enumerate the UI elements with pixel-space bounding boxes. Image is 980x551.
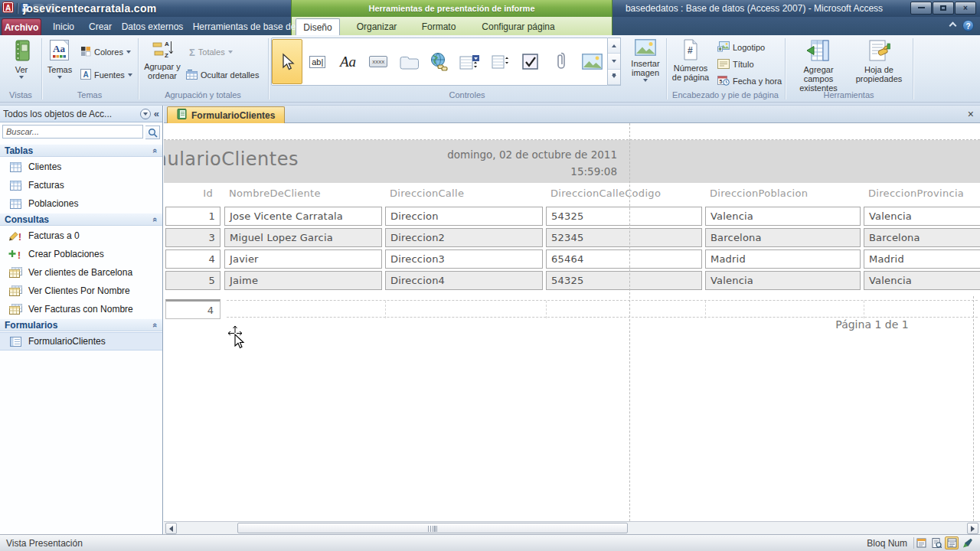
agregar-campos-button[interactable]: Agregar campos existentes: [789, 37, 848, 93]
tab-datos-externos[interactable]: Datos externos: [119, 18, 185, 35]
nav-item-ver-clientes-de-barcelona[interactable]: Ver clientes de Barcelona: [0, 263, 162, 282]
textbox-control[interactable]: ab|: [302, 39, 333, 84]
restore-button[interactable]: [933, 2, 954, 15]
hoja-propiedades-button[interactable]: Hoja de propiedades: [851, 37, 906, 83]
search-input[interactable]: [2, 125, 143, 139]
print-preview-button[interactable]: [929, 536, 943, 549]
column-header-id[interactable]: Id: [165, 187, 213, 199]
tab-control[interactable]: [394, 39, 424, 84]
report-cell[interactable]: 54325: [546, 271, 702, 290]
listbox-control[interactable]: [485, 39, 516, 84]
layout-view-button[interactable]: [945, 536, 959, 549]
report-cell[interactable]: 5: [165, 271, 220, 290]
report-title[interactable]: FormularioClientes: [164, 148, 299, 170]
document-tab-formularioclientes[interactable]: FormularioClientes: [167, 106, 285, 123]
checkbox-control[interactable]: [516, 39, 547, 84]
agrupar-ordenar-button[interactable]: AZ Agrupar y ordenar: [142, 37, 182, 80]
nav-item-facturas[interactable]: Facturas: [0, 176, 162, 194]
report-date[interactable]: domingo, 02 de octubre de 2011: [387, 148, 617, 161]
nav-item-ver-clientes-por-nombre[interactable]: Ver Clientes Por Nombre: [0, 282, 162, 300]
nav-section-header-consultas[interactable]: Consultas«: [0, 213, 162, 226]
nav-section-header-formularios[interactable]: Formularios«: [0, 318, 162, 331]
report-view-button[interactable]: [914, 536, 928, 549]
report-cell[interactable]: Direccion2: [385, 228, 543, 247]
document-close-icon[interactable]: ×: [968, 108, 974, 120]
report-cell[interactable]: 65464: [546, 249, 702, 269]
column-header-direccioncalle[interactable]: DireccionCalle: [390, 187, 464, 199]
horizontal-scrollbar[interactable]: [164, 521, 980, 534]
ver-button[interactable]: Ver: [5, 37, 38, 79]
attachment-control[interactable]: [546, 39, 577, 84]
report-cell[interactable]: 52345: [546, 228, 702, 247]
column-header-direccioncallecodigo[interactable]: DireccionCalleCodigo: [550, 187, 661, 199]
nav-item-ver-facturas-con-nombre[interactable]: Ver Facturas con Nombre: [0, 300, 162, 318]
numeros-pagina-button[interactable]: # Números de página: [669, 37, 712, 82]
ocultar-detalles-button[interactable]: Ocultar detalles: [184, 67, 261, 83]
hyperlink-control[interactable]: [424, 39, 455, 84]
fuentes-button[interactable]: A Fuentes: [78, 67, 135, 83]
image-control[interactable]: [577, 39, 607, 84]
report-cell[interactable]: 4: [165, 249, 220, 269]
nav-pane-header[interactable]: Todos los objetos de Acc... «: [0, 106, 162, 122]
column-header-direccionprovincia[interactable]: DireccionProvincia: [868, 187, 964, 199]
collapse-section-icon[interactable]: «: [151, 322, 160, 327]
tab-archivo[interactable]: Archivo: [2, 18, 41, 35]
label-control[interactable]: Aa: [333, 39, 364, 84]
report-cell[interactable]: Barcelona: [705, 228, 861, 247]
report-cell[interactable]: Javier: [224, 249, 382, 269]
report-cell[interactable]: Valencia: [705, 271, 861, 290]
totales-button[interactable]: Σ Totales: [187, 44, 235, 60]
tab-configurar-pagina[interactable]: Configurar página: [469, 18, 568, 35]
access-app-icon[interactable]: A: [2, 2, 14, 15]
report-cell[interactable]: Direccion: [385, 207, 543, 226]
report-cell[interactable]: Valencia: [864, 271, 980, 290]
tab-herramientas-bd[interactable]: Herramientas de base de datos: [187, 18, 302, 35]
search-button[interactable]: [145, 126, 160, 139]
column-header-nombredecliente[interactable]: NombreDeCliente: [229, 187, 321, 199]
gallery-scroll-up[interactable]: [608, 38, 620, 54]
scroll-right-button[interactable]: [967, 523, 978, 534]
report-cell[interactable]: Direccion3: [385, 249, 543, 269]
insertar-imagen-button[interactable]: Insertar imagen: [626, 37, 665, 82]
nav-item-poblaciones[interactable]: Poblaciones: [0, 194, 162, 213]
minimize-ribbon-icon[interactable]: [949, 22, 957, 30]
report-cell[interactable]: 3: [165, 228, 220, 247]
report-cell[interactable]: 54325: [546, 207, 702, 226]
design-view-button[interactable]: [960, 536, 974, 549]
report-time[interactable]: 15:59:08: [387, 165, 617, 178]
report-cell[interactable]: Madrid: [864, 249, 980, 269]
logotipo-button[interactable]: Logotipo: [715, 40, 767, 55]
gallery-more[interactable]: [608, 70, 620, 85]
report-cell[interactable]: Jaime: [224, 271, 382, 290]
scrollbar-thumb[interactable]: [237, 523, 628, 533]
report-cell[interactable]: Miguel Lopez Garcia: [224, 228, 382, 247]
report-cell[interactable]: Valencia: [705, 207, 861, 226]
report-cell[interactable]: Barcelona: [864, 228, 980, 247]
help-icon[interactable]: ?: [962, 20, 974, 31]
temas-button[interactable]: Aa Temas: [44, 37, 75, 79]
button-control[interactable]: xxxx: [363, 39, 394, 84]
report-cell[interactable]: Direccion4: [385, 271, 543, 290]
colores-button[interactable]: Colores: [78, 44, 133, 60]
nav-item-facturas-a-0[interactable]: !Facturas a 0: [0, 227, 162, 245]
report-cell[interactable]: Valencia: [864, 207, 980, 226]
record-count-box[interactable]: 4: [165, 299, 220, 319]
page-indicator[interactable]: Página 1 de 1: [811, 318, 933, 331]
tab-crear[interactable]: Crear: [84, 18, 116, 35]
nav-item-clientes[interactable]: Clientes: [0, 158, 162, 176]
nav-item-formularioclientes[interactable]: FormularioClientes: [0, 332, 162, 350]
column-header-direccionpoblacion[interactable]: DireccionPoblacion: [710, 187, 808, 199]
fecha-hora-button[interactable]: 5 Fecha y hora: [715, 73, 784, 89]
tab-inicio[interactable]: Inicio: [46, 18, 81, 35]
collapse-section-icon[interactable]: «: [151, 217, 160, 221]
gallery-scroll-down[interactable]: [608, 54, 620, 69]
combobox-control[interactable]: [455, 39, 485, 84]
close-button[interactable]: ×: [955, 2, 976, 15]
report-cell[interactable]: Jose Vicente Carratala: [224, 207, 382, 226]
nav-menu-button[interactable]: [140, 109, 151, 119]
nav-item-crear-poblaciones[interactable]: !Crear Poblaciones: [0, 245, 162, 263]
select-pointer-control[interactable]: [272, 39, 302, 84]
report-cell[interactable]: Madrid: [705, 249, 861, 269]
titulo-button[interactable]: Título: [715, 57, 756, 72]
tab-organizar[interactable]: Organizar: [346, 18, 407, 35]
